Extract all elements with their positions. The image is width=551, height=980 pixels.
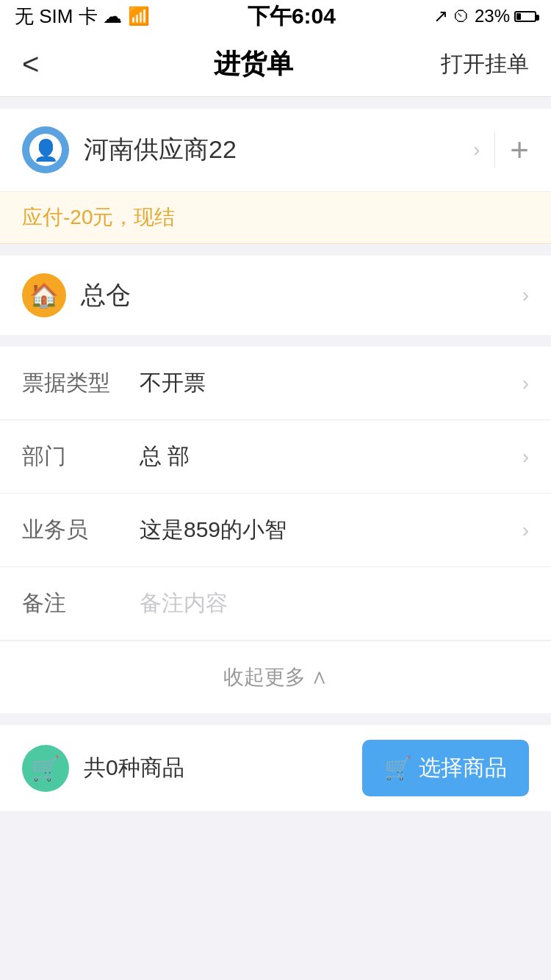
department-value: 总 部 — [125, 442, 522, 472]
warehouse-chevron-icon: › — [522, 284, 529, 307]
alarm-icon: ⏲ — [453, 6, 470, 26]
no-sim-label: 无 SIM 卡 ☁ — [15, 4, 122, 29]
supplier-card: 👤 河南供应商22 › + 应付-20元，现结 — [0, 109, 551, 244]
status-bar: 无 SIM 卡 ☁ 📶 下午6:04 ↗ ⏲ 23% — [0, 0, 551, 32]
remark-row[interactable]: 备注 备注内容 — [0, 567, 551, 641]
salesman-row[interactable]: 业务员 这是859的小智 › — [0, 494, 551, 567]
supplier-name: 河南供应商22 — [84, 133, 473, 167]
collapse-button[interactable]: 收起更多 ∧ — [0, 641, 551, 713]
battery-icon — [514, 11, 536, 22]
salesman-label: 业务员 — [22, 515, 125, 545]
supplier-row[interactable]: 👤 河南供应商22 › + — [0, 109, 551, 192]
gap-1 — [0, 97, 551, 109]
remark-label: 备注 — [22, 588, 125, 619]
warehouse-icon: 🏠 — [29, 281, 59, 309]
department-chevron-icon: › — [522, 445, 529, 469]
select-product-label: 选择商品 — [419, 753, 507, 783]
select-product-icon: 🛒 — [384, 755, 411, 781]
battery-percent: 23% — [475, 6, 510, 26]
ticket-type-value: 不开票 — [125, 368, 522, 398]
product-count: 共0种商品 — [84, 753, 362, 783]
select-product-button[interactable]: 🛒 选择商品 — [362, 740, 529, 796]
ticket-type-label: 票据类型 — [22, 368, 125, 398]
department-label: 部门 — [22, 442, 125, 472]
back-button[interactable]: < — [22, 48, 66, 81]
location-icon: ↗ — [433, 6, 448, 26]
ticket-type-row[interactable]: 票据类型 不开票 › — [0, 347, 551, 420]
open-pending-button[interactable]: 打开挂单 — [441, 49, 529, 79]
salesman-chevron-icon: › — [522, 519, 529, 542]
product-icon-wrap: 🛒 — [22, 745, 69, 792]
supplier-notice: 应付-20元，现结 — [0, 192, 551, 244]
person-icon: 👤 — [33, 138, 59, 162]
warehouse-icon-wrap: 🏠 — [22, 273, 66, 317]
page-title: 进货单 — [214, 46, 293, 82]
status-left: 无 SIM 卡 ☁ 📶 — [15, 4, 150, 29]
warehouse-name: 总仓 — [81, 278, 522, 312]
ticket-type-chevron-icon: › — [522, 372, 529, 395]
supplier-avatar: 👤 — [22, 126, 69, 173]
status-right: ↗ ⏲ 23% — [433, 6, 536, 26]
wifi-icon: 📶 — [128, 6, 150, 26]
warehouse-row[interactable]: 🏠 总仓 › — [0, 256, 551, 335]
vertical-divider — [494, 131, 495, 168]
status-time: 下午6:04 — [248, 1, 336, 32]
salesman-value: 这是859的小智 — [125, 515, 522, 545]
form-section: 票据类型 不开票 › 部门 总 部 › 业务员 这是859的小智 › 备注 备注… — [0, 347, 551, 713]
product-bar: 🛒 共0种商品 🛒 选择商品 — [0, 725, 551, 811]
supplier-chevron-icon: › — [473, 138, 480, 162]
remark-input[interactable]: 备注内容 — [125, 588, 529, 619]
nav-bar: < 进货单 打开挂单 — [0, 32, 551, 97]
department-row[interactable]: 部门 总 部 › — [0, 420, 551, 494]
gap-2 — [0, 244, 551, 256]
product-cart-icon: 🛒 — [31, 754, 60, 782]
add-supplier-button[interactable]: + — [510, 131, 529, 168]
